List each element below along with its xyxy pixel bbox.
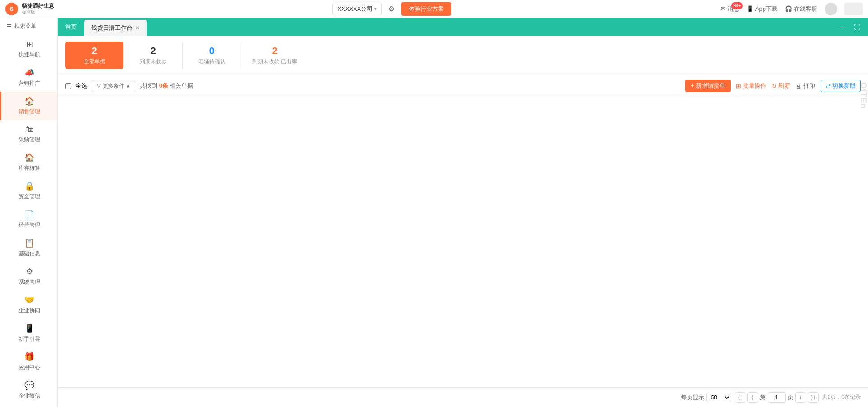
page-label: 第	[760, 393, 766, 402]
page-suffix: 页	[788, 393, 793, 402]
tab-actions: — ⛶	[837, 22, 868, 33]
stat-overdue-shipped-label: 到期未收款 已出库	[252, 58, 297, 65]
purchase-icon: 🛍	[25, 125, 33, 134]
search-icon: ☰	[7, 23, 12, 30]
stat-all[interactable]: 2 全部单据	[65, 42, 124, 69]
found-prefix: 共找到	[140, 82, 157, 89]
tab-home[interactable]: 首页	[58, 18, 84, 36]
message-button[interactable]: ✉ 消息 99+	[721, 5, 739, 13]
page-navigation: ⟨⟨ ⟨ 第 页 ⟩ ⟩⟩	[735, 392, 819, 403]
sidebar-item-enterprise[interactable]: 🤝 企业协同	[0, 290, 57, 319]
settings-button[interactable]: ⚙	[385, 3, 398, 15]
service-icon: 🎧	[785, 5, 792, 12]
sidebar-item-wechat[interactable]: 💬 企业微信	[0, 376, 57, 404]
tab-cashflow-label: 钱货日清工作台	[91, 24, 132, 32]
app-download-label: App下载	[755, 5, 778, 13]
toolbar-right: + 新增销货单 ⊞ 批量操作 ↻ 刷新 🖨 打印 ⇄	[685, 80, 861, 92]
stat-overdue-label: 到期未收款	[140, 58, 167, 65]
sales-icon: 🏠	[24, 96, 34, 106]
switch-version-button[interactable]: ⇄ 切换新版	[821, 80, 861, 92]
switch-label: 切换新版	[832, 82, 856, 90]
sidebar-item-label: 资金管理	[19, 193, 40, 201]
sidebar-item-label: 基础信息	[19, 250, 40, 257]
sidebar-item-finance[interactable]: 🔒 资金管理	[0, 177, 57, 205]
sidebar-item-label: 经营管理	[19, 221, 40, 229]
app-download-button[interactable]: 📱 App下载	[746, 5, 778, 13]
select-all-checkbox[interactable]	[65, 83, 71, 89]
sidebar-item-member[interactable]: V 畅会员	[0, 404, 57, 407]
stat-pending-label: 旺辅待确认	[198, 58, 226, 65]
sidebar-item-inventory[interactable]: 🏠 库存核算	[0, 148, 57, 177]
refresh-button[interactable]: ↻ 刷新	[772, 82, 790, 90]
sidebar-item-quick-nav[interactable]: ⊞ 快捷导航	[0, 35, 57, 63]
stat-pending[interactable]: 0 旺辅待确认	[183, 42, 241, 69]
sidebar-item-label: 快捷导航	[19, 51, 40, 59]
toolbar-left: 全选 ▽ 更多条件 ∨ 共找到 0条 相关单据	[65, 80, 680, 92]
sidebar-item-purchase[interactable]: 🛍 采购管理	[0, 120, 57, 148]
page-content: 2 全部单据 2 到期未收款 0 旺辅待确认 2 到期未收款 已出库	[58, 36, 868, 407]
select-all-label: 全选	[75, 82, 87, 90]
print-icon: 🖨	[796, 83, 802, 89]
sidebar-item-sales[interactable]: 🏠 销售管理	[0, 92, 57, 120]
sidebar-search-label: 搜索菜单	[14, 23, 36, 30]
tab-cashflow[interactable]: 钱货日清工作台 ✕	[84, 20, 147, 36]
tab-minimize-button[interactable]: —	[837, 22, 848, 33]
sidebar-item-label: 库存核算	[19, 164, 40, 172]
page-number-input[interactable]	[768, 392, 786, 403]
stat-overdue-shipped[interactable]: 2 到期未收款 已出库	[241, 42, 308, 69]
app-name: 畅捷通好生意	[22, 3, 54, 9]
tab-bar: 首页 钱货日清工作台 ✕ — ⛶	[58, 18, 868, 36]
refresh-label: 刷新	[778, 82, 790, 90]
sidebar-item-app-center[interactable]: 🎁 应用中心	[0, 347, 57, 376]
pagination: 每页显示 50 100 200 ⟨⟨ ⟨ 第 页 ⟩ ⟩⟩ 共0页，0条	[58, 387, 868, 407]
sidebar: ☰ 搜索菜单 ⊞ 快捷导航 📣 营销推广 🏠 销售管理 🛍 采购管理 🏠 库存核…	[0, 18, 58, 407]
online-service-button[interactable]: 🎧 在线客服	[785, 5, 817, 13]
filter-button[interactable]: ▽ 更多条件 ∨	[92, 80, 135, 92]
tab-home-label: 首页	[65, 23, 77, 31]
filter-label: 更多条件	[103, 82, 124, 90]
tab-maximize-button[interactable]: ⛶	[852, 22, 863, 33]
sidebar-item-label: 系统管理	[19, 278, 40, 286]
header-center: XXXXXX公司 ▾ ⚙ 体验行业方案	[332, 2, 451, 16]
trial-button[interactable]: 体验行业方案	[401, 2, 451, 16]
top-header: 6 畅捷通好生意 标准版 XXXXXX公司 ▾ ⚙ 体验行业方案 ✉ 消息 99…	[0, 0, 868, 18]
sidebar-item-guide[interactable]: 📱 新手引导	[0, 319, 57, 347]
next-page-button[interactable]: ⟩	[795, 392, 806, 403]
sidebar-item-label: 采购管理	[19, 136, 40, 144]
sidebar-item-system[interactable]: ⚙ 系统管理	[0, 262, 57, 290]
stats-row: 2 全部单据 2 到期未收款 0 旺辅待确认 2 到期未收款 已出库	[58, 36, 868, 75]
sidebar-item-label: 新手引导	[19, 335, 40, 343]
sidebar-item-marketing[interactable]: 📣 营销推广	[0, 63, 57, 92]
operation-icon: 📄	[24, 210, 34, 220]
page-size-selector: 每页显示 50 100 200	[681, 393, 731, 402]
sidebar-item-label: 销售管理	[19, 108, 40, 116]
found-text: 共找到 0条 相关单据	[140, 82, 193, 90]
page-size-select-input[interactable]: 50 100 200	[706, 393, 731, 402]
message-icon: ✉	[721, 5, 726, 12]
batch-label: 批量操作	[743, 82, 766, 90]
sidebar-item-label: 营销推广	[19, 80, 40, 87]
sidebar-item-operation[interactable]: 📄 经营管理	[0, 205, 57, 234]
tab-close-icon[interactable]: ✕	[135, 25, 140, 31]
app-logo-icon: 6	[5, 3, 18, 15]
add-sale-button[interactable]: + 新增销货单	[685, 80, 731, 92]
sidebar-item-basic-info[interactable]: 📋 基础信息	[0, 234, 57, 262]
user-name[interactable]	[844, 3, 863, 15]
company-selector[interactable]: XXXXXX公司 ▾	[332, 3, 382, 15]
batch-operation-button[interactable]: ⊞ 批量操作	[736, 82, 766, 90]
sidebar-search[interactable]: ☰ 搜索菜单	[0, 18, 57, 35]
company-name: XXXXXX公司	[337, 5, 373, 13]
avatar[interactable]	[825, 3, 837, 15]
first-page-button[interactable]: ⟨⟨	[735, 392, 745, 403]
wechat-icon: 💬	[24, 380, 34, 390]
app-center-icon: 🎁	[24, 352, 34, 362]
stat-overdue[interactable]: 2 到期未收款	[124, 42, 183, 69]
grid-icon: ⊞	[26, 39, 33, 49]
prev-page-button[interactable]: ⟨	[747, 392, 758, 403]
app-version: 标准版	[22, 9, 54, 15]
main-layout: ☰ 搜索菜单 ⊞ 快捷导航 📣 营销推广 🏠 销售管理 🛍 采购管理 🏠 库存核…	[0, 18, 868, 407]
last-page-button[interactable]: ⟩⟩	[808, 392, 819, 403]
batch-icon: ⊞	[736, 83, 741, 89]
print-button[interactable]: 🖨 打印	[796, 82, 815, 90]
logo-area: 6 畅捷通好生意 标准版	[5, 3, 63, 15]
